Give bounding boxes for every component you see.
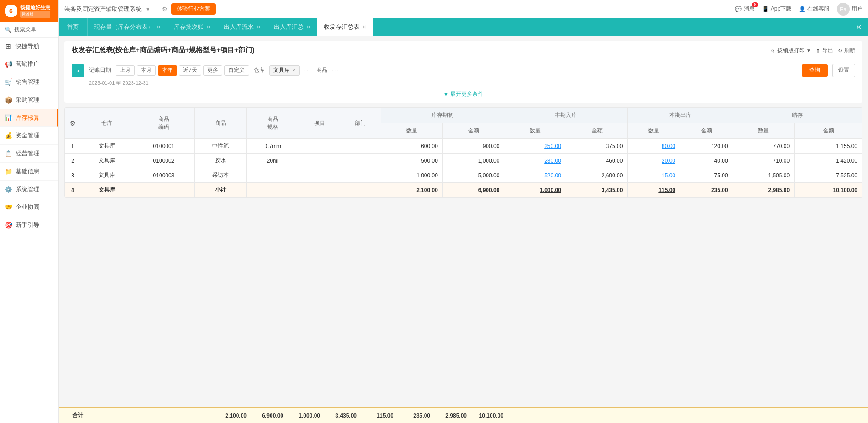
- sidebar-item-purchase[interactable]: 📦 采购管理: [0, 91, 58, 109]
- total-in-qty: 1,000.00: [283, 412, 320, 419]
- tab-inout-flow[interactable]: 出入库流水 ✕: [217, 18, 267, 36]
- row3-out-qty[interactable]: 15.00: [628, 168, 680, 183]
- th-opening-amt: 金额: [442, 123, 504, 139]
- tab-close-recv-send-summary[interactable]: ✕: [362, 24, 366, 30]
- date-btn-this-month[interactable]: 本月: [137, 65, 156, 76]
- row3-balance-qty: 1,505.00: [733, 168, 795, 183]
- print-button[interactable]: 🖨 拨销版打印 ▼: [770, 47, 811, 55]
- row2-balance-amt: 1,420.00: [795, 154, 862, 168]
- export-icon: ⬆: [816, 48, 820, 54]
- subtotal-in-qty[interactable]: 1,000.00: [504, 183, 566, 198]
- tab-inout-summary[interactable]: 出入库汇总 ✕: [267, 18, 317, 36]
- th-warehouse: 仓库: [81, 108, 133, 139]
- date-btn-more[interactable]: 更多: [203, 65, 222, 76]
- th-project: 项目: [299, 108, 340, 139]
- row3-name: 采访本: [194, 168, 246, 183]
- export-button[interactable]: ⬆ 导出: [816, 47, 833, 55]
- th-balance-qty: 数量: [733, 123, 795, 139]
- sidebar-item-inventory[interactable]: 📊 库存核算: [0, 109, 58, 127]
- tab-inventory-dist[interactable]: 现存量（库存分布表） ✕: [88, 18, 167, 36]
- online-service-action[interactable]: 👤 在线客服: [799, 5, 829, 13]
- logo-text: 畅捷通好生意 标准版: [20, 4, 50, 18]
- row1-out-qty[interactable]: 80.00: [628, 139, 680, 154]
- filter-expand-arrow[interactable]: »: [72, 64, 84, 77]
- sales-icon: 🛒: [5, 78, 12, 86]
- date-btn-7days[interactable]: 近7天: [179, 65, 201, 76]
- date-filter: 上月 本月 本年 近7天 更多 自定义: [116, 65, 249, 76]
- guide-icon: 🎯: [5, 221, 12, 229]
- tab-recv-send-summary[interactable]: 收发存汇总表 ✕: [317, 18, 373, 36]
- row2-out-qty[interactable]: 20.00: [628, 154, 680, 168]
- expand-row: ▼ 展开更多条件: [72, 90, 855, 98]
- th-balance-amt: 金额: [795, 123, 862, 139]
- column-settings-icon[interactable]: ⚙: [70, 120, 76, 127]
- date-range-display: 2023-01-01 至 2023-12-31: [89, 80, 149, 87]
- quick-nav-icon: ⊞: [5, 43, 12, 50]
- row2-warehouse: 文具库: [81, 154, 133, 168]
- tab-bar-close-button[interactable]: ✕: [849, 23, 868, 32]
- row1-balance-amt: 1,155.00: [795, 139, 862, 154]
- tab-close-inout-flow[interactable]: ✕: [256, 24, 260, 30]
- experience-button[interactable]: 体验行业方案: [171, 3, 216, 15]
- total-out-amt: 235.00: [393, 412, 430, 419]
- sidebar-item-finance[interactable]: 💰 资金管理: [0, 127, 58, 145]
- date-label: 记账日期: [89, 66, 111, 74]
- row3-department: [340, 168, 381, 183]
- date-btn-custom[interactable]: 自定义: [224, 65, 249, 76]
- warehouse-more-ellipsis[interactable]: ···: [304, 67, 312, 74]
- date-btn-prev-month[interactable]: 上月: [116, 65, 135, 76]
- total-opening-amt: 6,900.00: [247, 412, 283, 419]
- row1-spec: 0.7mm: [246, 139, 299, 154]
- subtotal-name: 小计: [194, 183, 246, 198]
- gear-icon[interactable]: ⚙: [162, 5, 168, 13]
- tab-close-batch-ledger[interactable]: ✕: [206, 24, 210, 30]
- subtotal-out-qty[interactable]: 115.00: [628, 183, 680, 198]
- sidebar-item-marketing[interactable]: 📢 营销推广: [0, 55, 58, 73]
- warehouse-tag: 文具库 ✕: [269, 65, 300, 76]
- basic-icon: 📁: [5, 168, 12, 175]
- row3-index: 3: [65, 168, 81, 183]
- query-button[interactable]: 查询: [802, 64, 828, 77]
- bottom-total-bar: 合计 2,100.00 6,900.00 1,000.00 3,435.00 1…: [59, 407, 868, 423]
- th-opening-qty: 数量: [381, 123, 443, 139]
- warehouse-tag-close[interactable]: ✕: [292, 67, 296, 73]
- search-icon: 🔍: [5, 27, 11, 33]
- subtotal-opening-qty: 2,100.00: [381, 183, 443, 198]
- table-container: ⚙ 仓库 商品编码 商品 商品规格 项目 部门 库存期初 本期入库 本期出库 结…: [64, 107, 862, 198]
- user-action[interactable]: Ea 用户: [837, 3, 862, 16]
- message-action[interactable]: 💬 消息 6: [735, 5, 755, 13]
- row3-in-qty[interactable]: 520.00: [504, 168, 566, 183]
- date-btn-this-year[interactable]: 本年: [158, 65, 177, 76]
- expand-more-btn[interactable]: ▼ 展开更多条件: [443, 90, 484, 98]
- sidebar-item-guide[interactable]: 🎯 新手引导: [0, 216, 58, 234]
- tab-close-inventory-dist[interactable]: ✕: [156, 24, 160, 30]
- header-right: 💬 消息 6 📱 App下载 👤 在线客服 Ea 用户: [735, 3, 862, 16]
- subtotal-out-amt: 235.00: [680, 183, 733, 198]
- system-title: 装备及固定资产辅助管理系统: [64, 5, 142, 13]
- tab-close-inout-summary[interactable]: ✕: [306, 24, 310, 30]
- search-menu[interactable]: 🔍 搜索菜单: [0, 22, 58, 38]
- tab-batch-ledger[interactable]: 库存批次账 ✕: [167, 18, 217, 36]
- sidebar-item-basic[interactable]: 📁 基础信息: [0, 163, 58, 181]
- sidebar-item-system[interactable]: ⚙️ 系统管理: [0, 181, 58, 198]
- sidebar-item-operations[interactable]: 📋 经营管理: [0, 145, 58, 163]
- goods-more-ellipsis[interactable]: ···: [332, 67, 339, 74]
- main-content: 装备及固定资产辅助管理系统 ▼ ⚙ 体验行业方案 💬 消息 6 📱 App下载 …: [59, 0, 868, 423]
- th-name: 商品: [194, 108, 246, 139]
- system-title-dropdown-icon: ▼: [145, 6, 150, 12]
- sidebar-item-sales[interactable]: 🛒 销售管理: [0, 73, 58, 91]
- refresh-button[interactable]: ↻ 刷新: [838, 47, 855, 55]
- print-icon: 🖨: [770, 48, 775, 54]
- table-row: 1 文具库 0100001 中性笔 0.7mm 600.00 900.00 25…: [65, 139, 862, 154]
- row2-in-qty[interactable]: 230.00: [504, 154, 566, 168]
- row1-in-qty[interactable]: 250.00: [504, 139, 566, 154]
- sidebar-item-cooperation[interactable]: 🤝 企业协同: [0, 198, 58, 216]
- tab-home[interactable]: 首页: [59, 18, 88, 36]
- logo-icon: 6: [5, 5, 17, 17]
- total-opening-qty: 2,100.00: [210, 412, 247, 419]
- sidebar-item-quick-nav[interactable]: ⊞ 快捷导航: [0, 38, 58, 55]
- row1-out-amt: 120.00: [680, 139, 733, 154]
- settings-button[interactable]: 设置: [832, 64, 855, 77]
- app-download-action[interactable]: 📱 App下载: [762, 5, 791, 13]
- page-title: 收发存汇总表(按仓库+商品编码+商品+规格型号+项目+部门): [72, 46, 254, 55]
